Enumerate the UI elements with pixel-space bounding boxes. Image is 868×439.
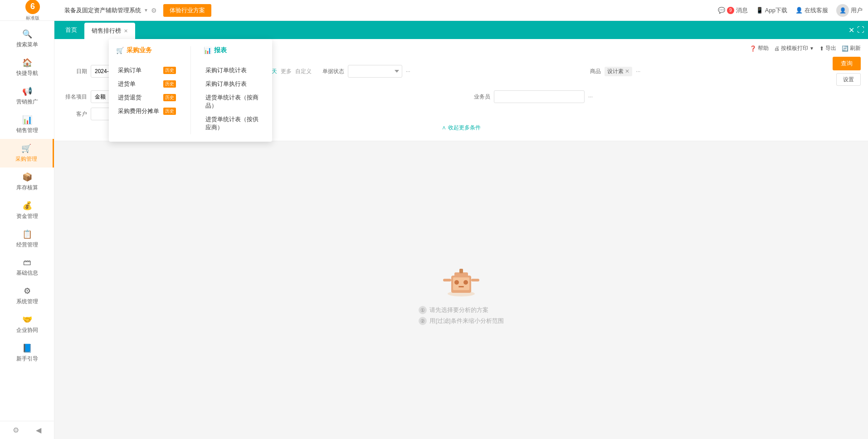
top-header: 6 标准版 装备及固定资产辅助管理系统 ▼ ⚙ 体验行业方案 💬 9 消息 📱 …	[0, 0, 868, 21]
goods-tag-text: 设计素	[607, 68, 624, 75]
history-badge-0: 历史	[163, 67, 176, 74]
menu-item-stock-in-stats-goods[interactable]: 进货单统计表（按商品）	[204, 91, 265, 113]
refresh-label: 刷新	[850, 44, 861, 52]
sidebar-item-enterprise[interactable]: 🤝 企业协同	[0, 310, 54, 339]
history-badge-2: 历史	[163, 94, 176, 101]
hint-num-1: ①	[419, 306, 427, 314]
sidebar-settings-btn[interactable]: ⚙	[13, 426, 19, 434]
sidebar-item-marketing[interactable]: 📢 营销推广	[0, 82, 54, 110]
menu-item-stock-in[interactable]: 进货单 历史	[116, 77, 178, 91]
goods-tag-close[interactable]: ✕	[625, 68, 629, 74]
menu-item-purchase-order-stats-label: 采购订单统计表	[205, 66, 263, 74]
menu-item-purchase-cost[interactable]: 采购费用分摊单 历史	[116, 104, 178, 118]
date-shortcut-more[interactable]: 更多	[281, 68, 292, 75]
tab-maximize-btn[interactable]: ⛶	[857, 26, 864, 34]
menu-item-stock-in-stats-supplier[interactable]: 进货单统计表（按供应商）	[204, 113, 265, 134]
refresh-btn[interactable]: 🔄 刷新	[842, 44, 861, 52]
print-label: 按模板打印	[781, 44, 808, 52]
goods-tag: 设计素 ✕	[605, 67, 632, 76]
help-btn[interactable]: ❓ 帮助	[750, 44, 769, 52]
industry-btn[interactable]: 体验行业方案	[163, 4, 211, 17]
purchase-menu-column: 🛒 采购业务 采购订单 历史 进货单 历史 进货退货 历史 采购费用分摊单	[116, 46, 178, 134]
tab-minimize-btn[interactable]: ✕	[848, 26, 854, 35]
history-badge-3: 历史	[163, 108, 176, 115]
export-icon: ⬆	[819, 45, 824, 52]
menu-item-stock-in-stats-supplier-label: 进货单统计表（按供应商）	[205, 115, 263, 132]
date-shortcut-custom[interactable]: 自定义	[295, 68, 312, 75]
system-title-text: 装备及固定资产辅助管理系统	[64, 6, 141, 15]
empty-hint-2: ② 用[过滤]条件来缩小分析范围	[419, 317, 503, 325]
sidebar-item-quick-nav[interactable]: 🏠 快捷导航	[0, 53, 54, 82]
sidebar-item-basic-info[interactable]: 🗃 基础信息	[0, 253, 54, 281]
menu-item-purchase-order-exec[interactable]: 采购订单执行表	[204, 77, 265, 91]
goods-more-btn[interactable]: ···	[636, 68, 640, 74]
system-title-area: 装备及固定资产辅助管理系统 ▼ ⚙ 体验行业方案	[64, 4, 718, 17]
customer-label: 客户	[62, 110, 87, 118]
app-download-btn[interactable]: 📱 App下载	[756, 6, 787, 15]
tab-home[interactable]: 首页	[58, 21, 84, 39]
action-btns: 查询 设置	[833, 57, 861, 86]
print-dropdown-arrow[interactable]: ▼	[809, 46, 814, 51]
header-right: 💬 9 消息 📱 App下载 👤 在线客服 👤 用户	[718, 4, 863, 17]
sidebar-item-finance[interactable]: 💰 资金管理	[0, 196, 54, 225]
svg-rect-5	[458, 286, 464, 287]
svg-rect-8	[443, 279, 451, 281]
tab-close-icon[interactable]: ✕	[124, 28, 128, 34]
sidebar-item-operations[interactable]: 📋 经营管理	[0, 225, 54, 253]
empty-hints: ① 请先选择要分析的方案 ② 用[过滤]条件来缩小分析范围	[419, 306, 503, 325]
salesperson-label: 业务员	[465, 93, 490, 101]
online-service-label: 在线客服	[805, 6, 828, 15]
history-badge-1: 历史	[163, 80, 176, 88]
purchase-icon: 🛒	[21, 143, 31, 153]
purchase-menu-title: 🛒 采购业务	[116, 46, 178, 58]
sidebar-label-enterprise: 企业协同	[16, 326, 38, 334]
sidebar-item-search[interactable]: 🔍 搜索菜单	[0, 25, 54, 53]
sidebar-label-system: 系统管理	[16, 298, 38, 306]
menu-item-purchase-order[interactable]: 采购订单 历史	[116, 64, 178, 77]
inventory-icon: 📦	[22, 172, 32, 182]
finance-icon: 💰	[22, 201, 32, 211]
message-btn[interactable]: 💬 9 消息	[718, 6, 748, 15]
title-dropdown-arrow[interactable]: ▼	[144, 8, 148, 13]
hint-text-2: 用[过滤]条件来缩小分析范围	[429, 317, 503, 325]
export-btn[interactable]: ⬆ 导出	[819, 44, 836, 52]
settings-btn[interactable]: 设置	[836, 73, 861, 86]
sidebar-item-guide[interactable]: 📘 新手引导	[0, 339, 54, 367]
status-more-btn[interactable]: ···	[406, 68, 410, 74]
salesperson-more-btn[interactable]: ···	[588, 94, 593, 100]
goods-filter-group: 商品 设计素 ✕ ···	[575, 67, 825, 76]
sidebar-item-sales[interactable]: 📊 销售管理	[0, 110, 54, 139]
collapse-up-icon: ∧	[442, 124, 446, 131]
refresh-icon: 🔄	[842, 45, 848, 52]
collapse-label: 收起更多条件	[448, 124, 481, 131]
enterprise-icon: 🤝	[22, 315, 32, 325]
salesperson-input[interactable]	[494, 90, 585, 103]
sidebar-item-system[interactable]: ⚙ 系统管理	[0, 281, 54, 310]
tab-home-label: 首页	[65, 26, 77, 34]
print-icon: 🖨	[774, 45, 780, 52]
phone-icon: 📱	[756, 7, 763, 14]
print-btn[interactable]: 🖨 按模板打印 ▼	[774, 44, 814, 52]
goods-label: 商品	[575, 68, 601, 75]
status-select[interactable]	[348, 65, 402, 78]
menu-item-stock-return[interactable]: 进货退货 历史	[116, 91, 178, 104]
logo-area: 6 标准版	[5, 0, 60, 21]
report-menu-title-text: 报表	[214, 46, 227, 54]
menu-divider	[190, 46, 191, 134]
menu-item-purchase-order-stats[interactable]: 采购订单统计表	[204, 64, 265, 77]
sidebar-collapse-btn[interactable]: ◀	[36, 426, 41, 434]
marketing-icon: 📢	[22, 86, 32, 96]
settings-icon[interactable]: ⚙	[151, 7, 157, 14]
sidebar: 🔍 搜索菜单 🏠 快捷导航 📢 营销推广 📊 销售管理 🛒 采购管理 📦 库存核…	[0, 21, 54, 439]
online-service-btn[interactable]: 👤 在线客服	[795, 6, 828, 15]
sidebar-item-inventory[interactable]: 📦 库存核算	[0, 168, 54, 196]
basic-info-icon: 🗃	[23, 258, 31, 267]
report-menu-column: 📊 报表 采购订单统计表 采购订单执行表 进货单统计表（按商品） 进货单统计表（…	[204, 46, 265, 134]
tab-sales-rank[interactable]: 销售排行榜 ✕	[84, 23, 135, 39]
empty-illustration	[439, 255, 484, 301]
report-menu-icon: 📊	[204, 47, 211, 54]
sidebar-item-purchase[interactable]: 🛒 采购管理	[0, 139, 54, 168]
svg-rect-7	[459, 269, 463, 273]
user-btn[interactable]: 👤 用户	[836, 4, 863, 17]
query-btn[interactable]: 查询	[833, 57, 861, 70]
